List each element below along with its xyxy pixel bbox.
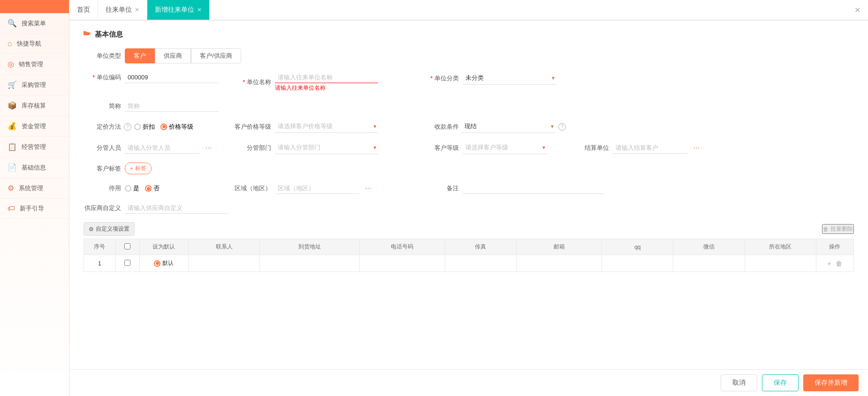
- tab-partners[interactable]: 往来单位 ✕: [98, 0, 147, 20]
- unit-btn-supplier[interactable]: 供应商: [155, 48, 191, 63]
- sidebar-item-guide-label: 新手引导: [20, 204, 44, 213]
- settle-input[interactable]: [613, 142, 688, 154]
- region-input[interactable]: [275, 183, 359, 194]
- name-group: 单位名称 请输入往来单位名称: [234, 72, 421, 92]
- region-more-icon[interactable]: ···: [363, 184, 373, 193]
- fax-input[interactable]: [462, 258, 499, 269]
- td-address: [260, 255, 359, 272]
- pricing-discount-option[interactable]: 折扣: [134, 123, 155, 131]
- name-label: 单位名称: [234, 78, 271, 86]
- pricing-discount-label: 折扣: [143, 123, 155, 131]
- dept-label: 分管部门: [234, 144, 271, 152]
- abbr-group: 简称: [84, 101, 234, 112]
- qq-input[interactable]: [619, 258, 656, 269]
- disable-no-option[interactable]: 否: [145, 184, 160, 193]
- email-input[interactable]: [536, 258, 583, 269]
- th-fax: 传真: [445, 239, 516, 255]
- unit-btn-customer[interactable]: 客户: [125, 48, 155, 63]
- sidebar-item-sales-label: 销售管理: [19, 60, 43, 69]
- address-input[interactable]: [282, 258, 338, 269]
- td-contact: [188, 255, 259, 272]
- tab-bar: 首页 往来单位 ✕ 新增往来单位 ✕ ✕: [69, 0, 868, 21]
- supplier-custom-label: 供应商自定义: [84, 204, 121, 212]
- save-new-button[interactable]: 保存并新增: [803, 374, 859, 391]
- row-add-button[interactable]: +: [827, 260, 831, 267]
- payment-value: 现结: [462, 120, 551, 132]
- disable-row: 停用 是 否 区域（地区） ···: [84, 183, 854, 194]
- category-chevron-icon: ▾: [552, 75, 556, 81]
- sidebar-item-search[interactable]: 🔍 搜索菜单: [0, 13, 69, 34]
- pricing-level-radio: [160, 124, 167, 130]
- code-input[interactable]: [125, 72, 219, 83]
- form-content: 基本信息 单位类型 客户 供应商 客户/供应商 单位编码 单位名称: [69, 21, 868, 396]
- sales-icon: ◎: [8, 60, 14, 69]
- tab-home[interactable]: 首页: [69, 0, 98, 20]
- disable-yes-label: 是: [133, 184, 139, 193]
- tag-label: 客户标签: [84, 164, 121, 173]
- sidebar-item-basic[interactable]: 📄 基础信息: [0, 157, 69, 178]
- customer-level-select[interactable]: 请选择客户等级 ▾: [463, 141, 547, 154]
- region-row-input[interactable]: [761, 258, 799, 269]
- th-checkbox: [115, 239, 139, 255]
- contact-input[interactable]: [206, 258, 243, 269]
- sidebar-item-finance[interactable]: 💰 资金管理: [0, 116, 69, 137]
- sidebar-item-purchase[interactable]: 🛒 采购管理: [0, 75, 69, 95]
- sidebar-item-system[interactable]: ⚙ 系统管理: [0, 178, 69, 199]
- manager-input[interactable]: [125, 142, 200, 154]
- inventory-icon: 📦: [8, 101, 17, 110]
- custom-settings-button[interactable]: ⚙ 自定义项设置: [84, 222, 135, 236]
- supplier-custom-input[interactable]: [125, 202, 228, 214]
- cancel-button[interactable]: 取消: [721, 374, 757, 391]
- pricing-radio-group: 折扣 价格等级: [134, 123, 193, 131]
- payment-help-icon[interactable]: ?: [558, 123, 566, 131]
- th-address: 到货地址: [260, 239, 359, 255]
- settle-more-icon[interactable]: ···: [692, 144, 701, 152]
- manager-more-icon[interactable]: ···: [204, 144, 213, 152]
- default-radio-item[interactable]: 默认: [145, 259, 183, 267]
- sidebar-item-sales[interactable]: ◎ 销售管理: [0, 54, 69, 75]
- abbr-input[interactable]: [125, 101, 219, 112]
- th-wechat: 微信: [673, 239, 745, 255]
- sidebar-item-finance-label: 资金管理: [22, 122, 46, 131]
- table-toolbar: ⚙ 自定义项设置 🗑 批量删除: [84, 222, 854, 236]
- remark-group: 备注: [421, 183, 854, 194]
- sidebar-item-system-label: 系统管理: [19, 184, 43, 193]
- tab-partners-close[interactable]: ✕: [135, 7, 139, 13]
- dept-chevron-icon: ▾: [373, 144, 378, 151]
- name-input[interactable]: [275, 72, 378, 83]
- row-delete-button[interactable]: 🗑: [836, 260, 842, 267]
- sidebar-item-quicknav[interactable]: ⌂ 快捷导航: [0, 34, 69, 54]
- sidebar-item-operations[interactable]: 📋 经营管理: [0, 137, 69, 157]
- customer-price-select[interactable]: 请选择客户价格等级 ▾: [275, 120, 378, 133]
- batch-delete-button[interactable]: 🗑 批量删除: [822, 224, 854, 234]
- sidebar-item-inventory[interactable]: 📦 库存核算: [0, 95, 69, 116]
- disable-yes-option[interactable]: 是: [125, 184, 139, 193]
- td-qq: [602, 255, 673, 272]
- row-checkbox[interactable]: [124, 260, 130, 266]
- tab-new-partner[interactable]: 新增往来单位 ✕: [147, 0, 210, 20]
- pricing-level-option[interactable]: 价格等级: [160, 123, 193, 131]
- unit-btn-both[interactable]: 客户/供应商: [191, 48, 241, 63]
- dept-select[interactable]: 请输入分管部门 ▾: [275, 141, 378, 154]
- sidebar-item-guide[interactable]: 🏷 新手引导: [0, 199, 69, 219]
- window-close-button[interactable]: ✕: [847, 6, 868, 15]
- wechat-input[interactable]: [690, 258, 728, 269]
- pricing-discount-radio: [134, 124, 141, 130]
- tab-new-partner-close[interactable]: ✕: [197, 7, 202, 13]
- th-email: 邮箱: [517, 239, 602, 255]
- td-email: [517, 255, 602, 272]
- unit-type-group: 单位类型 客户 供应商 客户/供应商: [84, 48, 854, 63]
- tag-group: 客户标签 + 标签: [84, 163, 854, 174]
- select-all-checkbox[interactable]: [124, 243, 130, 249]
- category-select[interactable]: 未分类 ▾: [463, 72, 556, 85]
- th-index: 序号: [84, 239, 116, 255]
- save-button[interactable]: 保存: [762, 374, 799, 391]
- tag-add-button[interactable]: + 标签: [125, 163, 152, 174]
- pricing-help-icon[interactable]: ?: [124, 123, 131, 131]
- table-head: 序号 设为默认 联系人 到货地址 电话号码 传真 邮箱 qq 微信 所在地区 操…: [84, 239, 854, 255]
- tab-home-label: 首页: [77, 6, 90, 14]
- phone-input[interactable]: [379, 258, 426, 269]
- payment-select[interactable]: 现结 ▾: [462, 120, 556, 133]
- remark-input[interactable]: [463, 183, 603, 194]
- payment-chevron-icon: ▾: [551, 123, 556, 130]
